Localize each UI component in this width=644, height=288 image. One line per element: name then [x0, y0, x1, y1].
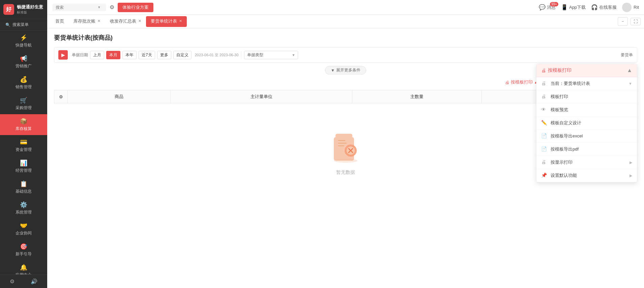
- sidebar-item-quick-nav[interactable]: ⚡ 快捷导航: [0, 31, 47, 52]
- sidebar-item-inventory[interactable]: 📦 库存核算: [0, 114, 47, 135]
- dropdown-header-right: ▲: [627, 67, 632, 73]
- search-icon: 🔍: [5, 23, 10, 27]
- dropdown-current-item[interactable]: 🖨 当前：要货单统计表 ▼: [536, 77, 637, 90]
- dropdown-template-preview[interactable]: 👁 模板预览: [536, 103, 637, 117]
- sidebar-item-label: 营销推广: [16, 63, 32, 69]
- tab-batch-account-close[interactable]: ✕: [97, 19, 100, 23]
- expand-more-btn[interactable]: ▼ 展开更多条件: [325, 66, 366, 74]
- th-gear[interactable]: ⚙: [54, 90, 68, 103]
- template-design-label: 模板自定义设计: [551, 120, 581, 126]
- display-print-chevron-icon: ▶: [630, 160, 632, 165]
- sidebar-item-newbie[interactable]: 🎯 新手引导: [0, 239, 47, 260]
- order-goods-filter-label: 要货单: [621, 52, 633, 58]
- dropdown-export-pdf[interactable]: 📄 按模板导出pdf: [536, 143, 637, 156]
- tab-order-stats-close[interactable]: ✕: [179, 19, 182, 23]
- sales-icon: 💰: [20, 76, 27, 83]
- sidebar-item-marketing[interactable]: 📢 营销推广: [0, 52, 47, 72]
- settings-bottom-btn[interactable]: ⚙: [10, 278, 14, 285]
- default-func-icon: 📌: [541, 172, 547, 179]
- app-download-btn[interactable]: 📱 App下载: [561, 4, 586, 10]
- sidebar-item-basic[interactable]: 📋 基础信息: [0, 177, 47, 198]
- order-type-filter[interactable]: 单据类型 ▼: [244, 51, 298, 59]
- dropdown-default-func[interactable]: 📌 设置默认功能 ▶: [536, 169, 637, 182]
- sidebar-nav: ⚡ 快捷导航 📢 营销推广 💰 销售管理 🛒 采购管理 📦 库存核算 💳 资金管…: [0, 31, 47, 275]
- app-name: 畅捷通好生意: [17, 4, 43, 10]
- topbar-chevron-icon: ▼: [97, 5, 101, 9]
- date-btn-current-year[interactable]: 本年: [122, 51, 137, 59]
- trial-button[interactable]: 体验行业方案: [118, 3, 153, 12]
- dropdown-template-print[interactable]: 🖨 模板打印: [536, 90, 637, 103]
- empty-icon: [325, 130, 366, 164]
- topbar-search-input[interactable]: [56, 5, 96, 10]
- date-btn-prev-month[interactable]: 上月: [90, 51, 104, 59]
- inventory-icon: 📦: [20, 118, 27, 125]
- logo-text: 畅捷通好生意 标准版: [17, 4, 43, 14]
- app-download-label: App下载: [569, 4, 586, 10]
- date-btn-7days[interactable]: 近7天: [139, 51, 155, 59]
- tab-minimize-btn[interactable]: －: [618, 17, 628, 26]
- template-print-label: 模板打印: [551, 94, 568, 100]
- date-btn-custom[interactable]: 自定义: [173, 51, 192, 59]
- dropdown-template-design[interactable]: ✏️ 模板自定义设计: [536, 117, 637, 130]
- message-btn[interactable]: 💬 消息 99+: [539, 4, 556, 10]
- date-filter-label: 单据日期: [72, 52, 88, 58]
- date-btn-more[interactable]: 更多: [157, 51, 171, 59]
- print-btn[interactable]: 🖨 按模板打印 ▲: [502, 77, 541, 87]
- sidebar-item-collab[interactable]: 🤝 企业协同: [0, 219, 47, 239]
- default-func-label: 设置默认功能: [551, 172, 577, 179]
- online-service-btn[interactable]: 🎧 在线客服: [591, 4, 617, 10]
- tab-receipt-summary[interactable]: 收发存汇总表 ✕: [105, 16, 146, 27]
- date-btn-current-month[interactable]: 本月: [106, 51, 120, 59]
- dropdown-chevron-icon[interactable]: ▲: [627, 67, 632, 73]
- topbar-search-wrap[interactable]: ▼: [52, 4, 106, 11]
- date-range-text: 2023-06-01 至 2023-06-30: [195, 53, 239, 58]
- dropdown-title: 按模板打印: [548, 67, 572, 73]
- dropdown-header-left: 🖨 按模板打印: [541, 67, 572, 73]
- export-pdf-label: 按模板导出pdf: [551, 146, 579, 152]
- filter-toggle-icon: ▶: [61, 52, 65, 58]
- sidebar-search[interactable]: 🔍 搜索菜单: [0, 19, 47, 31]
- display-print-icon: 🖨: [541, 159, 547, 165]
- tab-order-stats[interactable]: 要货单统计表 ✕: [146, 16, 187, 27]
- avatar: [622, 3, 632, 12]
- tab-home[interactable]: 首页: [51, 16, 69, 27]
- sidebar-item-sales[interactable]: 💰 销售管理: [0, 72, 47, 93]
- print-label: 按模板打印: [511, 79, 533, 85]
- tab-batch-account[interactable]: 库存批次账 ✕: [69, 16, 105, 27]
- dropdown-header: 🖨 按模板打印 ▲: [536, 64, 637, 77]
- order-type-label: 单据类型: [247, 52, 263, 58]
- filter-bar: ▶ 单据日期 上月 本月 本年 近7天 更多 自定义 2023-06-01 至 …: [54, 47, 637, 63]
- collab-icon: 🤝: [20, 222, 27, 229]
- topbar-gear-icon[interactable]: ⚙: [110, 4, 114, 10]
- tab-maximize-btn[interactable]: ⛶: [631, 18, 641, 25]
- appstore-icon: 🔔: [20, 264, 27, 271]
- sidebar-item-finance[interactable]: 💳 资金管理: [0, 135, 47, 156]
- template-print-icon: 🖨: [541, 94, 547, 100]
- sidebar-item-operations[interactable]: 📊 经营管理: [0, 156, 47, 177]
- expand-label: 展开更多条件: [336, 67, 360, 73]
- template-design-icon: ✏️: [541, 120, 547, 126]
- sidebar-item-label: 快捷导航: [16, 42, 32, 48]
- message-icon: 💬: [539, 4, 546, 10]
- sidebar-item-system[interactable]: ⚙️ 系统管理: [0, 198, 47, 219]
- sidebar-item-appstore[interactable]: 🔔 应用中心: [0, 260, 47, 275]
- filter-toggle-btn[interactable]: ▶: [58, 50, 68, 60]
- sidebar-item-purchase[interactable]: 🛒 采购管理: [0, 93, 47, 114]
- sidebar-item-label: 库存核算: [16, 126, 32, 132]
- dropdown-current-chevron: ▼: [628, 82, 632, 86]
- dropdown-export-excel[interactable]: 📄 按模板导出excel: [536, 130, 637, 143]
- finance-icon: 💳: [20, 138, 27, 146]
- sidebar-item-label: 经营管理: [16, 168, 32, 173]
- th-quantity: 主数量: [352, 90, 481, 103]
- page-content: 要货单统计表(按商品) ▶ 单据日期 上月 本月 本年 近7天 更多 自定义 2…: [47, 28, 644, 288]
- default-func-chevron-icon: ▶: [630, 173, 632, 178]
- logo-icon: 好: [3, 4, 14, 15]
- dropdown-display-print[interactable]: 🖨 按显示打印 ▶: [536, 156, 637, 169]
- newbie-icon: 🎯: [20, 243, 27, 250]
- online-service-icon: 🎧: [591, 4, 598, 10]
- sound-bottom-btn[interactable]: 🔊: [31, 278, 37, 285]
- tab-receipt-summary-close[interactable]: ✕: [138, 19, 141, 23]
- page-inner: 要货单统计表(按商品) ▶ 单据日期 上月 本月 本年 近7天 更多 自定义 2…: [47, 28, 644, 288]
- user-avatar-btn[interactable]: Rit: [622, 3, 639, 12]
- tab-batch-account-label: 库存批次账: [74, 18, 95, 24]
